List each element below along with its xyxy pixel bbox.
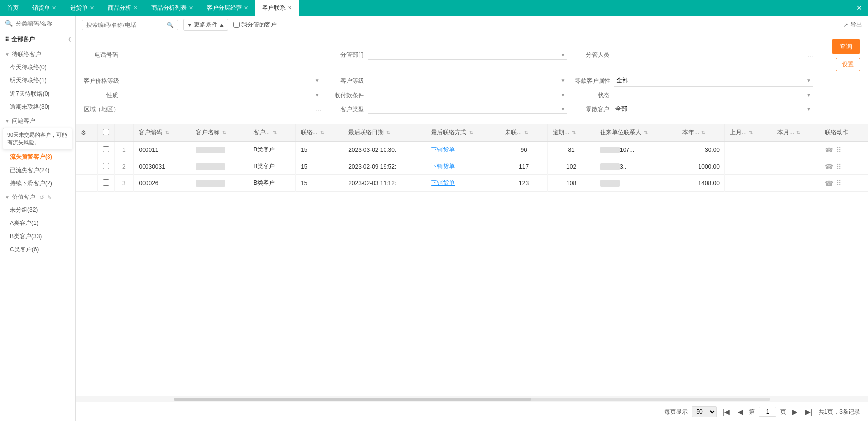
close-tab-sales-order[interactable]: ✕ — [52, 5, 56, 11]
row-last-month — [724, 141, 772, 158]
gender-arrow: ▼ — [315, 92, 320, 98]
field-status: 状态 ▼ — [575, 91, 813, 99]
col-last-contact-way[interactable]: 最后联络方式 ⇅ — [426, 124, 500, 141]
refresh-icon[interactable]: ↺ — [39, 194, 44, 201]
my-customer-checkbox[interactable] — [233, 22, 240, 28]
col-name[interactable]: 客户名称 ⇅ — [191, 124, 248, 141]
close-tab-product-analysis-list[interactable]: ✕ — [189, 5, 193, 11]
query-button[interactable]: 查询 — [832, 39, 860, 54]
sidebar-item-overdue[interactable]: 逾期未联络(30) — [0, 100, 75, 114]
col-not-contact[interactable]: 未联... ⇅ — [500, 124, 548, 141]
tab-home[interactable]: 首页 — [0, 0, 25, 16]
col-select-all[interactable] — [98, 124, 115, 141]
tab-customer-segmentation[interactable]: 客户分层经营 ✕ — [200, 0, 255, 16]
select-all-checkbox[interactable] — [103, 129, 109, 135]
sidebar-item-churn-warning[interactable]: 流失预警客户(3) — [0, 150, 75, 164]
close-all-tabs[interactable]: ✕ — [850, 4, 868, 12]
col-last-contact-date[interactable]: 最后联络日期 ⇅ — [343, 124, 426, 141]
row-action: ☎ ⠿ — [820, 175, 868, 192]
section-value-customer[interactable]: ▼ 价值客户 ↺ ✎ — [0, 190, 75, 203]
row-action-contact[interactable]: ☎ — [825, 163, 833, 171]
col-type[interactable]: 客户... ⇅ — [248, 124, 296, 141]
last-page-btn[interactable]: ▶| — [803, 408, 815, 416]
row-action-more[interactable]: ⠿ — [836, 163, 841, 171]
close-tab-purchase-order[interactable]: ✕ — [90, 5, 94, 11]
row-checkbox[interactable] — [98, 175, 115, 192]
per-page-select[interactable]: 50 100 — [692, 406, 717, 417]
filter-search-input[interactable] — [86, 22, 165, 28]
tab-product-analysis-list[interactable]: 商品分析列表 ✕ — [145, 0, 200, 16]
zero-customer-dropdown[interactable]: 全部 ▼ — [613, 103, 813, 115]
scrollbar-track[interactable] — [174, 398, 770, 401]
sidebar-all-customers[interactable]: ⠿ 全部客户 《 — [0, 31, 75, 48]
section-pending-contact[interactable]: ▼ 待联络客户 — [0, 48, 75, 61]
row-checkbox[interactable] — [98, 158, 115, 175]
row-last-contact-way[interactable]: 下销货单 — [426, 141, 500, 158]
row-action-more[interactable]: ⠿ — [836, 146, 841, 154]
manager-more[interactable]: … — [807, 52, 813, 59]
next-page-btn[interactable]: ▶ — [790, 408, 799, 416]
col-last-month[interactable]: 上月... ⇅ — [724, 124, 772, 141]
prev-page-btn[interactable]: ◀ — [736, 408, 745, 416]
phone-input[interactable] — [122, 50, 322, 60]
status-dropdown[interactable]: ▼ — [613, 91, 813, 99]
sidebar-item-ungrouped[interactable]: 未分组(32) — [0, 203, 75, 217]
filter-more-conditions[interactable]: ▼ 更多条件 ▲ — [183, 19, 228, 31]
row-this-year: 30.00 — [677, 141, 724, 158]
table-row: 1 000011 B类客户 15 2023-03-02 10:30: 下销货单 … — [76, 141, 868, 158]
section-problem-customer[interactable]: ▼ 问题客户 — [0, 114, 75, 127]
tab-purchase-order[interactable]: 进货单 ✕ — [63, 0, 101, 16]
edit-icon[interactable]: ✎ — [47, 194, 52, 201]
manager-input[interactable] — [613, 50, 805, 60]
row-checkbox[interactable] — [98, 141, 115, 158]
sidebar-item-declining[interactable]: 持续下滑客户(2) — [0, 177, 75, 190]
filter-icon: ▼ — [187, 22, 193, 28]
tab-product-analysis[interactable]: 商品分析 ✕ — [101, 0, 145, 16]
col-this-month[interactable]: 本月... ⇅ — [772, 124, 820, 141]
col-overdue[interactable]: 逾期... ⇅ — [548, 124, 595, 141]
close-tab-product-analysis[interactable]: ✕ — [133, 5, 138, 11]
col-contact[interactable]: 联络... ⇅ — [296, 124, 343, 141]
region-dropdown[interactable] — [123, 108, 314, 111]
customer-type-dropdown[interactable]: ▼ — [368, 105, 568, 114]
col-this-year[interactable]: 本年... ⇅ — [677, 124, 724, 141]
settings-button[interactable]: 设置 — [836, 58, 860, 71]
row-action-contact[interactable]: ☎ — [825, 179, 833, 187]
price-level-dropdown[interactable]: ▼ — [123, 76, 322, 85]
filter-row-1: 电话号码 分管部门 ▼ 分管人员 … — [84, 39, 860, 71]
payment-dropdown[interactable]: ▼ — [368, 91, 568, 99]
sidebar-item-c-class[interactable]: C类客户(6) — [0, 243, 75, 256]
page-input[interactable] — [759, 407, 776, 417]
sidebar-item-b-class[interactable]: B类客户(33) — [0, 230, 75, 243]
row-code: 000026 — [134, 175, 191, 192]
col-unit-contact[interactable]: 往来单位联系人 ⇅ — [595, 124, 677, 141]
close-tab-customer-contact[interactable]: ✕ — [288, 5, 292, 11]
col-code[interactable]: 客户编码 ⇅ — [134, 124, 191, 141]
gender-dropdown[interactable]: ▼ — [122, 91, 322, 99]
row-action-more[interactable]: ⠿ — [836, 179, 841, 187]
tab-customer-contact[interactable]: 客户联系 ✕ — [255, 0, 299, 16]
sidebar-item-a-class[interactable]: A类客户(1) — [0, 217, 75, 230]
field-price-level: 客户价格等级 ▼ — [84, 76, 322, 85]
col-settings[interactable]: ⚙ — [76, 124, 98, 141]
row-last-contact-way[interactable]: 下销货单 — [426, 158, 500, 175]
customer-level-dropdown[interactable]: ▼ — [368, 76, 568, 85]
dept-dropdown[interactable]: ▼ — [368, 51, 568, 60]
first-page-btn[interactable]: |◀ — [721, 408, 732, 416]
region-more[interactable]: … — [316, 106, 322, 113]
zero-purchase-dropdown[interactable]: 全部 ▼ — [614, 75, 813, 87]
horizontal-scrollbar[interactable] — [76, 396, 868, 402]
row-last-contact-way[interactable]: 下销货单 — [426, 175, 500, 192]
sidebar-search-input[interactable] — [16, 20, 76, 27]
sidebar-item-churned[interactable]: 已流失客户(24) — [0, 164, 75, 177]
close-tab-customer-segmentation[interactable]: ✕ — [244, 5, 248, 11]
sidebar-item-7days[interactable]: 近7天待联络(0) — [0, 87, 75, 100]
scrollbar-thumb[interactable] — [174, 398, 531, 401]
export-button[interactable]: ↗ 导出 — [844, 21, 862, 29]
sidebar-item-today[interactable]: 今天待联络(0) — [0, 61, 75, 74]
tab-sales-order[interactable]: 销货单 ✕ — [25, 0, 63, 16]
row-action-contact[interactable]: ☎ — [825, 146, 833, 154]
filter-my-customer[interactable]: 我分管的客户 — [233, 21, 277, 29]
filter-search-icon[interactable]: 🔍 — [167, 22, 174, 28]
sidebar-item-tomorrow[interactable]: 明天待联络(1) — [0, 74, 75, 87]
